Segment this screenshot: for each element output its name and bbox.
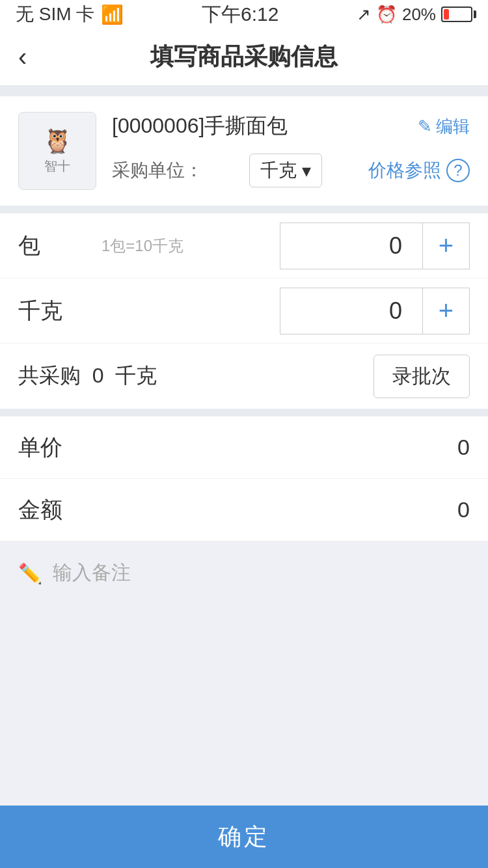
unit-price-label: 单价 (18, 433, 62, 463)
product-card: 🦉 智十 [0000006]手撕面包 ✎ 编辑 采购单位： 千克 ▾ 价格参照 (0, 96, 488, 206)
product-info: [0000006]手撕面包 ✎ 编辑 采购单位： 千克 ▾ 价格参照 ? (112, 112, 470, 187)
status-right: ↗ ⏰ 20% (357, 5, 472, 25)
amount-value: 0 (457, 497, 470, 522)
kg-quantity-input[interactable] (280, 288, 423, 334)
page-title: 填写商品采购信息 (150, 41, 338, 73)
wifi-icon: 📶 (101, 4, 124, 25)
remark-area[interactable]: ✏️ 输入备注 (0, 541, 488, 619)
kg-plus-button[interactable]: + (423, 288, 470, 334)
amount-label: 金额 (18, 495, 62, 525)
unit-select-dropdown[interactable]: 千克 ▾ (249, 154, 322, 187)
bag-label: 包 (18, 231, 96, 261)
separator-1 (0, 86, 488, 96)
unit-label: 采购单位： (112, 158, 203, 183)
unit-price-value: 0 (457, 435, 470, 460)
price-ref-button[interactable]: 价格参照 ? (368, 158, 470, 183)
kg-input-row: 千克 + (0, 278, 488, 344)
alarm-icon: ⏰ (376, 5, 397, 25)
kg-label: 千克 (18, 296, 96, 326)
unit-row: 采购单位： 千克 ▾ 价格参照 ? (112, 154, 470, 187)
bag-input-group: + (280, 223, 470, 269)
bag-quantity-input[interactable] (280, 223, 423, 269)
batch-record-button[interactable]: 录批次 (373, 355, 470, 398)
unit-value: 千克 (260, 158, 297, 183)
product-image: 🦉 智十 (18, 112, 96, 190)
bag-plus-button[interactable]: + (423, 223, 470, 269)
summary-amount: 0 (92, 364, 104, 387)
status-left: 无 SIM 卡 📶 (16, 2, 124, 27)
product-name-row: [0000006]手撕面包 ✎ 编辑 (112, 112, 470, 141)
unit-price-row: 单价 0 (0, 416, 488, 479)
product-full-name: [0000006]手撕面包 (112, 112, 288, 141)
battery-icon (441, 7, 472, 22)
nav-bar: ‹ 填写商品采购信息 (0, 29, 488, 86)
summary-text: 共采购 0 千克 (18, 362, 157, 390)
summary-unit: 千克 (115, 364, 157, 387)
price-ref-help-icon[interactable]: ? (446, 159, 470, 182)
edit-label: 编辑 (436, 115, 470, 138)
no-sim-text: 无 SIM 卡 (16, 2, 94, 27)
kg-input-group: + (280, 288, 470, 334)
bag-input-row: 包 1包=10千克 + (0, 213, 488, 278)
back-button[interactable]: ‹ (18, 42, 27, 72)
pencil-icon: ✏️ (18, 562, 42, 585)
battery-percent: 20% (402, 5, 436, 25)
section-divider-2 (0, 409, 488, 416)
summary-prefix: 共采购 (18, 364, 81, 387)
brand-owl-icon: 🦉 (43, 128, 72, 155)
confirm-button[interactable]: 确定 (0, 806, 488, 868)
section-divider-1 (0, 206, 488, 213)
location-icon: ↗ (357, 5, 371, 25)
brand-text: 智十 (44, 157, 70, 175)
status-time: 下午6:12 (202, 1, 278, 28)
edit-button[interactable]: ✎ 编辑 (418, 115, 470, 138)
battery-fill (444, 9, 449, 20)
dropdown-arrow-icon: ▾ (302, 160, 311, 182)
bag-sub-label: 1包=10千克 (102, 236, 183, 256)
edit-icon: ✎ (418, 116, 432, 137)
amount-row: 金额 0 (0, 479, 488, 541)
summary-row: 共采购 0 千克 录批次 (0, 344, 488, 409)
remark-placeholder: 输入备注 (53, 560, 131, 586)
fill-area (0, 619, 488, 815)
status-bar: 无 SIM 卡 📶 下午6:12 ↗ ⏰ 20% (0, 0, 488, 29)
price-ref-label: 价格参照 (368, 158, 441, 183)
